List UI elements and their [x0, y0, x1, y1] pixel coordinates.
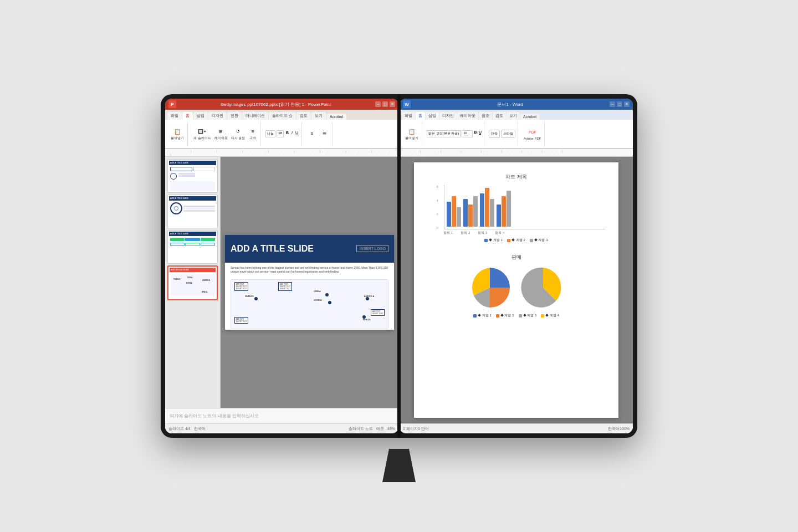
word-paste-button[interactable]: 📋 붙여넣기: [404, 126, 420, 141]
legend-dot-1: [484, 239, 488, 242]
map-dot-france: [254, 297, 258, 300]
pie-legend-dot-1: [473, 314, 477, 318]
section-button[interactable]: ≡ 구역: [247, 126, 258, 141]
pie-segment-blue-1: [490, 268, 510, 288]
tab-slideshow[interactable]: 슬라이드 쇼: [269, 112, 296, 120]
maximize-button[interactable]: □: [382, 101, 388, 107]
reset-button[interactable]: ↺ 다시 설정: [230, 126, 247, 141]
pie-chart-title: 판매: [427, 254, 605, 261]
slide-thumb-3[interactable]: 3 ADD A TITLE SLIDE: [167, 230, 218, 264]
bold-button[interactable]: B: [285, 130, 290, 137]
word-tab-review[interactable]: 검토: [493, 112, 506, 120]
word-tab-file[interactable]: 파일: [402, 112, 415, 120]
font-selector[interactable]: 나눔: [265, 130, 275, 137]
bar-4-gray: [507, 191, 511, 227]
word-tab-references[interactable]: 참조: [479, 112, 492, 120]
word-ruler: · · · · ·|· · · · ·|· · · · ·|· · · · ·|…: [400, 149, 633, 157]
word-underline[interactable]: U̲: [479, 130, 482, 137]
slide-thumb-1[interactable]: 1 ADD A TITLE SLIDE: [167, 159, 218, 193]
close-button[interactable]: ✕: [390, 101, 395, 107]
pie-legend-dot-3: [519, 314, 522, 318]
italic-button[interactable]: I: [290, 130, 294, 137]
word-paste-label: 붙여넣기: [405, 136, 418, 141]
map-dot-china: [325, 293, 329, 296]
comments-btn[interactable]: 메모: [376, 426, 384, 432]
slide-thumb-content-4: ADD A TITLE SLIDE FRANCE CHINA KOREA AME…: [170, 268, 216, 298]
word-style-heading[interactable]: 스타일: [501, 130, 515, 138]
bar-4-blue: [497, 204, 501, 227]
word-language: 한국어: [608, 426, 620, 432]
pdf-icon: PDF: [528, 128, 537, 137]
word-tab-design[interactable]: 디자인: [439, 112, 457, 120]
bar-group-1: [447, 196, 461, 227]
ppt-titlebar: P GettyImages-ppt107062.pptx [읽기 전용] 1 -…: [165, 99, 398, 110]
word-font-size[interactable]: 10: [462, 130, 473, 137]
word-style-normal[interactable]: 단락: [489, 130, 500, 138]
word-tab-home[interactable]: 홈: [416, 112, 425, 120]
ppt-ribbon: 파일 홈 삽입 디자인 전환 애니메이션 슬라이드 쇼 검토 보기 Acroba…: [165, 110, 398, 149]
word-ruler-marks: · · · · ·|· · · · ·|· · · · ·|· · · · ·|…: [400, 150, 566, 153]
tab-review[interactable]: 검토: [296, 112, 311, 120]
slide-thumb-4[interactable]: 4 ADD A TITLE SLIDE FRANCE CHINA KOREA A…: [167, 265, 218, 300]
word-italic[interactable]: I: [477, 130, 478, 137]
legend-label-3: ◆ 계열 3: [534, 238, 548, 243]
tab-transitions[interactable]: 전환: [227, 112, 242, 120]
legend-series-3: ◆ 계열 3: [530, 238, 548, 243]
new-slide-button[interactable]: 🔲+ 새 슬라이드: [192, 126, 212, 141]
ppt-canvas-area[interactable]: ADD A TITLE SLIDE INSERT LOGO Spread has…: [221, 157, 398, 408]
word-zoom: 100%: [620, 427, 630, 431]
tab-acrobat[interactable]: Acrobat: [326, 114, 346, 120]
word-minimize-button[interactable]: ─: [610, 101, 615, 107]
bar-2-orange: [468, 204, 473, 227]
word-tabs: 파일 홈 삽입 디자인 레이아웃 참조 검토 보기 Acrobat: [400, 110, 633, 120]
align-left-button[interactable]: ≡: [306, 129, 318, 139]
pdf-label: Adobe PDF: [524, 137, 541, 140]
screen-left-powerpoint: P GettyImages-ppt107062.pptx [읽기 전용] 1 -…: [165, 99, 398, 433]
pie-chart-2: [521, 265, 565, 310]
notes-btn[interactable]: 슬라이드 노트: [349, 426, 373, 432]
align-center-button[interactable]: ☰: [319, 129, 330, 139]
slide-thumb-2[interactable]: 2 ADD A TITLE SLIDE: [167, 195, 218, 228]
ppt-notes-area[interactable]: 여기에 슬라이드 노트의 내용을 입력하십시오: [165, 408, 398, 423]
word-tab-acrobat[interactable]: Acrobat: [520, 114, 539, 120]
device-stand: [382, 449, 416, 482]
word-tab-view[interactable]: 보기: [507, 112, 520, 120]
tab-home[interactable]: 홈: [182, 112, 193, 120]
map-label-america: AMERICA: [363, 294, 376, 298]
bar-chart: [444, 185, 605, 229]
word-close-button[interactable]: ✕: [624, 101, 630, 107]
slide-header: ADD A TITLE SLIDE INSERT LOGO: [225, 235, 394, 263]
word-pdf-btn[interactable]: PDF Adobe PDF: [523, 127, 542, 141]
legend-series-1: ◆ 계열 1: [484, 238, 503, 243]
tab-file[interactable]: 파일: [167, 112, 182, 120]
slide-count: 슬라이드 4/4: [168, 426, 191, 432]
word-bold[interactable]: B: [474, 130, 477, 137]
minimize-button[interactable]: ─: [375, 101, 381, 107]
pie-segment-orange-1: [490, 288, 510, 308]
tab-animations[interactable]: 애니메이션: [242, 112, 268, 120]
bar-group-2: [463, 196, 478, 227]
layout-button[interactable]: ⊞ 레이아웃: [213, 126, 229, 141]
tab-design[interactable]: 디자인: [208, 112, 227, 120]
word-window-controls: ─ □ ✕: [610, 101, 630, 107]
legend-label-2: ◆ 계열 2: [511, 238, 525, 243]
underline-button[interactable]: U: [294, 130, 299, 137]
word-ribbon-font: 맑은 고딕(본문 한글) 10 B I U̲: [424, 122, 484, 146]
word-document: 차트 제목 6 4 2 0: [414, 162, 618, 418]
pie-legend-dot-4: [541, 314, 544, 318]
word-maximize-button[interactable]: □: [617, 101, 622, 107]
section-icon: ≡: [248, 127, 257, 136]
font-size-selector[interactable]: 18: [277, 130, 284, 137]
slide1-map-thumb: [170, 181, 215, 191]
tab-insert[interactable]: 삽입: [193, 112, 208, 120]
paste-button[interactable]: 📋 붙여넣기: [170, 126, 185, 141]
word-font-selector[interactable]: 맑은 고딕(본문 한글): [427, 130, 461, 137]
tab-view[interactable]: 보기: [311, 112, 326, 120]
word-tab-layout[interactable]: 레이아웃: [457, 112, 478, 120]
map-placeholder: FRANCE CHINA KOREA AMERICA BRAZIL: [231, 279, 388, 329]
word-tab-insert[interactable]: 삽입: [426, 112, 439, 120]
ribbon-group-font: 나눔 18 B I U: [263, 122, 302, 146]
word-word-count: 0 단어: [418, 426, 429, 432]
ppt-title: GettyImages-ppt107062.pptx [읽기 전용] 1 - P…: [178, 101, 373, 108]
pie-legend: ◆ 계열 1 ◆ 계열 2 ◆ 계열 3: [427, 313, 605, 318]
